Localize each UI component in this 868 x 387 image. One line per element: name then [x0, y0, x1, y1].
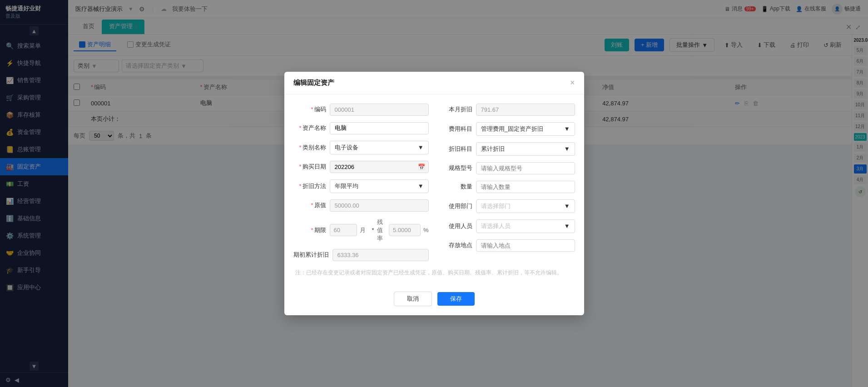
field-expense-subject: 费用科目 管理费用_固定资产折旧 ▼ [440, 122, 575, 136]
edit-asset-modal: 编辑固定资产 × *编码 *资 [284, 72, 584, 315]
location-label: 存放地点 [440, 241, 472, 249]
location-input[interactable] [476, 239, 575, 252]
period-unit: 月 [360, 226, 366, 234]
field-original-value: *原值 [293, 199, 429, 212]
period-label: *期限 [293, 226, 326, 234]
chevron-down-icon: ▼ [564, 145, 570, 152]
code-input[interactable] [330, 104, 429, 116]
modal-overlay: 编辑固定资产 × *编码 *资 [0, 0, 868, 387]
field-category: *类别名称 电子设备 ▼ [293, 141, 429, 154]
chevron-down-icon: ▼ [564, 203, 570, 209]
name-input[interactable] [330, 122, 429, 134]
code-label: *编码 [293, 105, 326, 114]
depreciation-method-label: *折旧方法 [293, 182, 326, 190]
original-value-input[interactable] [330, 199, 429, 212]
expense-subject-value: 管理费用_固定资产折旧 [481, 125, 543, 133]
residual-rate-unit: % [423, 227, 429, 233]
field-user: 使用人员 请选择人员 ▼ [440, 219, 575, 233]
monthly-depreciation-input [476, 104, 575, 116]
cancel-btn[interactable]: 取消 [394, 292, 432, 306]
modal-header: 编辑固定资产 × [284, 72, 584, 94]
category-label: *类别名称 [293, 144, 326, 152]
spec-label: 规格型号 [440, 164, 472, 172]
expense-subject-label: 费用科目 [440, 125, 472, 133]
initial-depreciation-input[interactable] [332, 249, 429, 261]
form-grid: *编码 *资产名称 *类别名称 [293, 104, 575, 261]
category-value: 电子设备 [335, 144, 358, 152]
field-period-residual: *期限 月 * 残值率 % [293, 218, 429, 243]
period-input[interactable] [330, 224, 357, 236]
user-label: 使用人员 [440, 222, 472, 230]
expense-subject-select[interactable]: 管理费用_固定资产折旧 ▼ [476, 122, 575, 136]
user-select[interactable]: 请选择人员 ▼ [476, 219, 575, 233]
quantity-input[interactable] [476, 181, 575, 193]
department-placeholder: 请选择部门 [481, 202, 511, 210]
field-depreciation-method: *折旧方法 年限平均 ▼ [293, 179, 429, 193]
field-department: 使用部门 请选择部门 ▼ [440, 199, 575, 213]
purchase-date-label: *购买日期 [293, 163, 326, 171]
residual-rate-input[interactable] [389, 224, 421, 236]
residual-rate-label: 残值率 [377, 218, 386, 243]
calendar-icon[interactable]: 📅 [418, 164, 425, 170]
name-label: *资产名称 [293, 124, 326, 132]
original-value-label: *原值 [293, 201, 326, 209]
field-location: 存放地点 [440, 239, 575, 252]
save-btn[interactable]: 保存 [437, 292, 475, 306]
depreciation-method-value: 年限平均 [335, 182, 358, 190]
modal-footer: 取消 保存 [284, 286, 584, 315]
chevron-down-icon: ▼ [564, 125, 570, 132]
initial-depreciation-label: 期初累计折旧 [293, 251, 329, 259]
depreciation-subject-value: 累计折旧 [481, 145, 505, 153]
purchase-date-input-wrap: 📅 [330, 161, 429, 173]
modal-body: *编码 *资产名称 *类别名称 [284, 94, 584, 286]
req-marker: * [372, 227, 374, 233]
department-select[interactable]: 请选择部门 ▼ [476, 199, 575, 213]
field-monthly-depreciation: 本月折旧 [440, 104, 575, 116]
period-residual-row: 月 * 残值率 % [330, 218, 429, 243]
depreciation-subject-label: 折旧科目 [440, 145, 472, 153]
department-label: 使用部门 [440, 202, 472, 210]
monthly-depreciation-label: 本月折旧 [440, 105, 472, 114]
modal-title: 编辑固定资产 [293, 79, 334, 87]
quantity-label: 数量 [440, 183, 472, 191]
note-text: 注：已经存在变更记录或者对应固定资产已经生成凭证，原值、购买日期、残值率、累计折… [295, 269, 562, 276]
chevron-down-icon: ▼ [418, 144, 424, 151]
field-purchase-date: *购买日期 📅 [293, 161, 429, 173]
chevron-down-icon: ▼ [418, 183, 424, 189]
field-quantity: 数量 [440, 181, 575, 193]
depreciation-method-select[interactable]: 年限平均 ▼ [330, 179, 429, 193]
field-initial-depreciation: 期初累计折旧 [293, 249, 429, 261]
chevron-down-icon: ▼ [564, 223, 570, 229]
category-select[interactable]: 电子设备 ▼ [330, 141, 429, 154]
purchase-date-input[interactable] [330, 161, 429, 173]
field-code: *编码 [293, 104, 429, 116]
field-spec: 规格型号 [440, 162, 575, 174]
depreciation-subject-select[interactable]: 累计折旧 ▼ [476, 142, 575, 156]
field-name: *资产名称 [293, 122, 429, 134]
modal-close-btn[interactable]: × [570, 78, 575, 88]
spec-input[interactable] [476, 162, 575, 174]
user-placeholder: 请选择人员 [481, 222, 511, 230]
modal-note: 注：已经存在变更记录或者对应固定资产已经生成凭证，原值、购买日期、残值率、累计折… [293, 268, 575, 277]
field-depreciation-subject: 折旧科目 累计折旧 ▼ [440, 142, 575, 156]
